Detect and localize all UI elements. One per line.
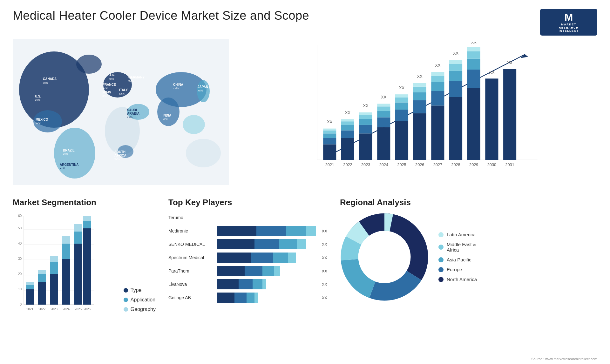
player-name-getinge: Getinge AB	[168, 295, 213, 300]
player-name-terumo: Terumo	[168, 215, 213, 220]
svg-rect-150	[83, 216, 91, 221]
player-bar-senko	[217, 239, 316, 249]
player-row-terumo: Terumo	[168, 212, 327, 223]
svg-rect-145	[74, 244, 82, 305]
svg-rect-59	[341, 121, 354, 125]
regional-legend: Latin America Middle East &Africa Asia P…	[438, 232, 477, 282]
legend-geography: Geography	[124, 307, 156, 312]
svg-text:MEXICO: MEXICO	[36, 118, 48, 121]
svg-text:2029: 2029	[469, 163, 478, 167]
svg-text:xx%: xx%	[163, 118, 168, 121]
svg-rect-94	[449, 71, 462, 81]
svg-rect-146	[74, 232, 82, 244]
segmentation-title: Market Segmentation	[13, 198, 156, 207]
legend-type-dot	[124, 288, 128, 293]
svg-rect-68	[377, 127, 390, 160]
svg-text:XX: XX	[453, 51, 458, 56]
svg-text:XX: XX	[507, 61, 512, 65]
svg-rect-104	[485, 78, 498, 160]
segmentation-chart-svg: 0 10 20 30 40 50 60	[13, 212, 95, 320]
svg-rect-96	[449, 60, 462, 64]
svg-text:2025: 2025	[75, 307, 82, 311]
svg-rect-133	[26, 289, 34, 305]
svg-text:xx%: xx%	[35, 98, 40, 102]
svg-rect-80	[413, 113, 426, 160]
svg-text:INDIA: INDIA	[163, 114, 171, 117]
svg-text:2022: 2022	[38, 307, 46, 311]
svg-rect-76	[395, 103, 408, 110]
svg-text:ITALY: ITALY	[119, 88, 128, 92]
reg-label-asia-pacific: Asia Pacific	[447, 257, 471, 262]
svg-text:20: 20	[18, 272, 22, 276]
svg-text:xx%: xx%	[173, 87, 179, 90]
svg-point-4	[54, 128, 95, 179]
segmentation-section: Market Segmentation 0 10 20 30 40 50	[13, 194, 159, 353]
reg-label-north-america: North America	[447, 277, 477, 282]
svg-rect-149	[83, 221, 91, 228]
svg-rect-51	[323, 138, 336, 145]
legend-type-label: Type	[131, 287, 142, 293]
svg-rect-72	[377, 104, 390, 106]
logo-letter: M	[565, 12, 573, 22]
players-title: Top Key Players	[168, 198, 327, 207]
reg-dot-europe	[438, 267, 444, 272]
reg-dot-asia-pacific	[438, 257, 444, 262]
player-bar-paratherm	[217, 266, 316, 276]
svg-rect-70	[377, 111, 390, 118]
player-xx-paratherm: XX	[322, 269, 327, 273]
svg-rect-100	[467, 59, 480, 70]
svg-text:XX: XX	[417, 74, 423, 79]
svg-text:xx%: xx%	[109, 77, 114, 80]
player-name-senko: SENKO MEDICAL	[168, 242, 213, 247]
legend-geography-dot	[124, 307, 128, 312]
legend-application: Application	[124, 297, 156, 303]
svg-text:2023: 2023	[51, 307, 58, 311]
svg-text:XX: XX	[399, 86, 404, 90]
svg-text:2023: 2023	[361, 163, 370, 167]
svg-rect-87	[431, 91, 444, 105]
regional-section: Regional Analysis	[337, 194, 597, 353]
svg-rect-143	[62, 244, 70, 259]
top-row: CANADA xx% U.S. xx% MEXICO xx% BRAZIL xx…	[13, 39, 597, 191]
svg-rect-50	[323, 145, 336, 160]
reg-legend-north-america: North America	[438, 277, 477, 282]
svg-text:2021: 2021	[325, 163, 334, 167]
svg-rect-89	[431, 76, 444, 82]
svg-text:60: 60	[18, 214, 22, 218]
growth-bar-chart: XX XX XX XX	[254, 42, 591, 179]
svg-rect-141	[50, 256, 58, 262]
svg-rect-137	[38, 274, 46, 282]
page-title: Medical Heater Cooler Device Market Size…	[13, 9, 309, 23]
bottom-row: Market Segmentation 0 10 20 30 40 50	[13, 191, 597, 353]
logo: M MARKETRESEARCHINTELLECT	[540, 9, 597, 36]
legend-type: Type	[124, 287, 156, 293]
svg-text:CHINA: CHINA	[173, 83, 183, 86]
svg-rect-135	[26, 282, 34, 285]
svg-rect-64	[359, 119, 372, 125]
svg-point-10	[157, 98, 180, 126]
svg-rect-147	[74, 224, 82, 232]
players-list: Terumo Medtronic XX	[168, 212, 327, 303]
svg-rect-74	[395, 121, 408, 160]
svg-rect-56	[341, 138, 354, 160]
svg-rect-139	[50, 274, 58, 305]
svg-text:xx%: xx%	[43, 81, 48, 84]
svg-text:2027: 2027	[433, 163, 442, 167]
svg-text:40: 40	[18, 242, 22, 245]
svg-text:FRANCE: FRANCE	[103, 83, 116, 86]
legend-geography-label: Geography	[131, 307, 156, 312]
reg-legend-mea: Middle East &Africa	[438, 242, 477, 253]
reg-dot-north-america	[438, 277, 444, 282]
svg-rect-58	[341, 125, 354, 131]
svg-text:2026: 2026	[415, 163, 424, 167]
svg-text:CANADA: CANADA	[43, 77, 57, 81]
main-content: CANADA xx% U.S. xx% MEXICO xx% BRAZIL xx…	[0, 39, 610, 353]
world-map-svg: CANADA xx% U.S. xx% MEXICO xx% BRAZIL xx…	[13, 39, 229, 185]
svg-rect-99	[467, 70, 480, 88]
svg-point-12	[183, 115, 205, 134]
svg-rect-84	[413, 83, 426, 87]
legend-application-dot	[124, 298, 128, 302]
svg-rect-57	[341, 131, 354, 138]
svg-rect-101	[467, 51, 480, 58]
svg-rect-92	[449, 97, 462, 160]
